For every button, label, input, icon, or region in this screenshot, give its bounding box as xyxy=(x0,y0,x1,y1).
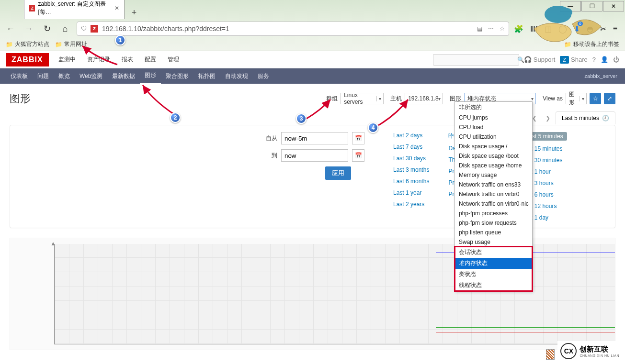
sidebar-icon[interactable]: ◫ xyxy=(545,24,552,33)
window-maximize[interactable]: ❐ xyxy=(581,1,602,11)
from-calendar-icon[interactable]: 📅 xyxy=(352,132,364,144)
shield-icon[interactable]: 🛡 xyxy=(81,25,87,32)
annotation-4: 4 xyxy=(368,122,378,133)
opt-disk-boot[interactable]: Disk space usage /boot xyxy=(455,151,532,161)
to-calendar-icon[interactable]: 📅 xyxy=(352,149,364,162)
quick-last-2-days[interactable]: Last 2 days xyxy=(393,132,429,139)
help-icon[interactable]: ? xyxy=(592,56,596,63)
time-current-tab[interactable]: Last 5 minutes 🕘 xyxy=(556,111,615,124)
opt-php-queue[interactable]: php listen queue xyxy=(455,228,532,237)
time-next-icon[interactable]: ❯ xyxy=(542,112,554,124)
quick-last-2-years[interactable]: Last 2 years xyxy=(393,201,429,208)
opt-disk-home[interactable]: Disk space usage /home xyxy=(455,161,532,170)
subnav-services[interactable]: 服务 xyxy=(253,68,274,84)
menu-reports[interactable]: 报表 xyxy=(116,51,139,68)
from-input[interactable] xyxy=(281,132,348,144)
quick-last-1-year[interactable]: Last 1 year xyxy=(393,189,429,196)
opt-heap[interactable]: 堆内存状态 xyxy=(455,258,532,269)
subnav-hostlabel: zabbix_server xyxy=(585,73,619,79)
bookmark-firefox[interactable]: 📁 火狐官方站点 xyxy=(6,40,49,48)
bookmark-star-icon[interactable]: ☆ xyxy=(500,25,505,32)
quick-last-3-months[interactable]: Last 3 months xyxy=(393,166,429,173)
to-input[interactable] xyxy=(281,149,348,162)
site-identity-icon[interactable]: Z xyxy=(91,25,98,33)
search-box[interactable]: 🔍 xyxy=(433,54,519,66)
reader-icon[interactable]: ▤ xyxy=(477,25,482,32)
subnav-discovery[interactable]: 自动发现 xyxy=(220,68,253,84)
menu-inventory[interactable]: 资产记录 xyxy=(81,51,116,68)
quick-last-6-months[interactable]: Last 6 months xyxy=(393,178,429,185)
subnav-overview[interactable]: 概览 xyxy=(54,68,75,84)
menu-admin[interactable]: 管理 xyxy=(162,51,185,68)
subnav-web[interactable]: Web监测 xyxy=(75,68,107,84)
viewas-select[interactable]: 图形 xyxy=(566,93,587,104)
subnav-screens[interactable]: 聚合图形 xyxy=(161,68,193,84)
library-icon[interactable]: ⅢⅠ xyxy=(530,24,538,33)
zabbix-logo[interactable]: ZABBIX xyxy=(6,53,49,66)
reload-button[interactable]: ↻ xyxy=(40,22,54,35)
opt-phpfpm-slow[interactable]: php-fpm slow requests xyxy=(455,218,532,228)
menu-icon[interactable]: ≡ xyxy=(613,24,617,33)
search-icon[interactable]: 🔍 xyxy=(517,56,524,63)
opt-phpfpm-proc[interactable]: php-fpm processes xyxy=(455,209,532,218)
tab-title: zabbix_server: 自定义图表 [每… xyxy=(38,0,112,16)
address-bar[interactable]: 🛡 Z 192.168.1.10/zabbix/charts.php?ddres… xyxy=(77,22,509,36)
subnav-latest[interactable]: 最新数据 xyxy=(107,68,140,84)
opt-thread[interactable]: 线程状态 xyxy=(455,280,532,291)
forward-button[interactable]: → xyxy=(22,22,35,35)
home-button[interactable]: ⌂ xyxy=(58,22,72,35)
opt-swap[interactable]: Swap usage xyxy=(455,237,532,247)
opt-net-virbr0nic[interactable]: Network traffic on virbr0-nic xyxy=(455,199,532,209)
subnav-dashboard[interactable]: 仪表板 xyxy=(6,68,33,84)
browser-chrome: — ❐ ✕ Z zabbix_server: 自定义图表 [每… ✕ + ← →… xyxy=(0,0,625,51)
opt-disk-root[interactable]: Disk space usage / xyxy=(455,142,532,151)
subnav-maps[interactable]: 拓扑图 xyxy=(193,68,220,84)
share-link[interactable]: Z Share xyxy=(560,56,587,64)
opt-cpu-util[interactable]: CPU utilization xyxy=(455,132,532,142)
pocket-icon[interactable]: ◓ xyxy=(587,24,593,33)
annotation-1: 1 xyxy=(115,35,125,45)
host-select[interactable]: 192.168.1.8 xyxy=(405,93,443,104)
menu-monitoring[interactable]: 监测中 xyxy=(53,51,81,68)
quick-last-30-days[interactable]: Last 30 days xyxy=(393,155,429,162)
user-icon[interactable]: 👤 xyxy=(601,56,608,63)
screenshot-icon[interactable]: ✂ xyxy=(600,24,606,33)
opt-session[interactable]: 会话状态 xyxy=(455,247,532,258)
menu-config[interactable]: 配置 xyxy=(139,51,162,68)
browser-tab-active[interactable]: Z zabbix_server: 自定义图表 [每… ✕ xyxy=(24,0,125,19)
group-label: 群组 xyxy=(326,95,338,103)
apply-button[interactable]: 应用 xyxy=(325,166,351,180)
page-actions-icon[interactable]: ⋯ xyxy=(488,25,494,32)
opt-net-ens33[interactable]: Network traffic on ens33 xyxy=(455,180,532,189)
quick-last-7-days[interactable]: Last 7 days xyxy=(393,143,429,150)
opt-memory[interactable]: Memory usage xyxy=(455,170,532,180)
chart-series-red xyxy=(436,332,615,332)
downloads-icon[interactable]: ⬇0 xyxy=(574,24,580,33)
url-text: 192.168.1.10/zabbix/charts.php?ddreset=1 xyxy=(102,25,473,33)
back-button[interactable]: ← xyxy=(4,22,17,35)
fullscreen-button[interactable]: ⤢ xyxy=(604,93,615,104)
zabbix-favicon: Z xyxy=(29,5,35,11)
graph-dropdown-list[interactable]: 非所选的 CPU jumps CPU load CPU utilization … xyxy=(455,101,533,291)
opt-net-virbr0[interactable]: Network traffic on virbr0 xyxy=(455,189,532,199)
subnav-graphs[interactable]: 图形 xyxy=(140,67,161,85)
support-link[interactable]: 🎧 Support xyxy=(524,56,556,63)
new-tab-button[interactable]: + xyxy=(127,6,141,19)
tab-close-icon[interactable]: ✕ xyxy=(114,5,119,11)
window-minimize[interactable]: — xyxy=(560,1,581,11)
window-close[interactable]: ✕ xyxy=(603,1,624,11)
subnav-problems[interactable]: 问题 xyxy=(33,68,54,84)
opt-cpu-jumps[interactable]: CPU jumps xyxy=(455,113,532,122)
opt-none[interactable]: 非所选的 xyxy=(455,102,532,113)
extension-icon[interactable]: 🧩 xyxy=(514,24,523,33)
opt-cpu-load[interactable]: CPU load xyxy=(455,122,532,132)
logout-icon[interactable]: ⏻ xyxy=(613,56,619,63)
opt-class[interactable]: 类状态 xyxy=(455,269,532,280)
favorite-button[interactable]: ☆ xyxy=(590,93,601,104)
watermark-logo-icon: CX xyxy=(560,343,577,359)
search-input[interactable] xyxy=(436,56,517,63)
bookmark-common[interactable]: 📁 常用网址 xyxy=(55,40,87,48)
profile-icon[interactable]: ◯ xyxy=(558,24,567,33)
bookmark-mobile[interactable]: 📁 移动设备上的书签 xyxy=(564,40,619,48)
group-select[interactable]: Linux servers xyxy=(341,93,384,104)
